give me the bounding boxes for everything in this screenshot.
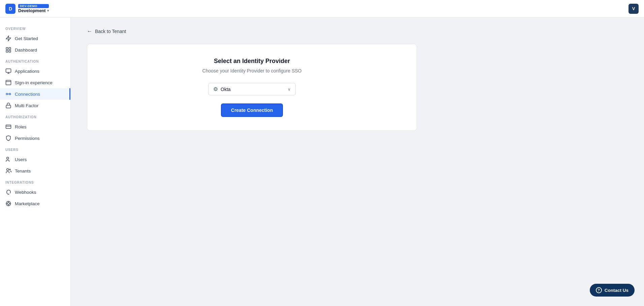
idp-select-row: ⚙ Okta ∨ [103, 83, 400, 95]
sidebar-item-label: Applications [15, 69, 39, 74]
webhooks-icon [5, 189, 11, 195]
dashboard-icon [5, 47, 11, 53]
user-avatar[interactable]: V [629, 4, 639, 14]
sidebar-item-label: Dashboard [15, 48, 37, 53]
roles-icon [5, 124, 11, 130]
sidebar-item-label: Webhooks [15, 190, 36, 195]
identity-provider-dropdown[interactable]: ⚙ Okta ∨ [208, 83, 296, 95]
sidebar-item-roles[interactable]: Roles [0, 121, 70, 132]
svg-point-16 [7, 157, 9, 159]
sidebar-item-get-started[interactable]: Get Started [0, 33, 70, 44]
sidebar-item-webhooks[interactable]: Webhooks [0, 186, 70, 198]
sidebar-item-label: Permissions [15, 136, 40, 141]
sidebar-item-label: Marketplace [15, 201, 40, 206]
tenant-chevron-icon: ▾ [47, 9, 49, 12]
tenant-avatar: D [5, 4, 15, 14]
svg-rect-2 [9, 48, 11, 49]
create-button-row: Create Connection [103, 103, 400, 117]
svg-rect-1 [6, 48, 8, 49]
sidebar-item-label: Users [15, 157, 27, 162]
lock-icon [5, 102, 11, 109]
sidebar-item-users[interactable]: Users [0, 154, 70, 165]
sidebar-item-connections[interactable]: Connections [0, 88, 70, 100]
sidebar-item-permissions[interactable]: Permissions [0, 132, 70, 144]
gear-icon: ⚙ [213, 86, 218, 92]
shield-icon [5, 135, 11, 141]
connections-icon [5, 91, 11, 97]
idp-dropdown-left: ⚙ Okta [213, 86, 231, 92]
sidebar-item-marketplace[interactable]: Marketplace [0, 198, 70, 209]
main-inner: ← Back to Tenant Select an Identity Prov… [71, 18, 644, 142]
topbar: D DEV-DEMO Development ▾ V [0, 0, 644, 18]
svg-point-18 [9, 169, 10, 170]
sidebar-item-label: Multi Factor [15, 103, 39, 108]
sidebar-section-integrations: INTEGRATIONS [0, 177, 70, 186]
svg-marker-0 [6, 36, 11, 41]
svg-rect-4 [9, 51, 11, 52]
card-subtitle: Choose your Identity Provider to configu… [103, 68, 400, 73]
svg-rect-8 [6, 80, 11, 85]
topbar-left: D DEV-DEMO Development ▾ [5, 4, 49, 14]
sidebar-section-authorization: AUTHORIZATION [0, 111, 70, 121]
sidebar-item-label: Connections [15, 92, 40, 97]
svg-point-10 [6, 93, 8, 95]
card-title: Select an Identity Provider [103, 58, 400, 65]
sidebar-item-label: Tenants [15, 169, 31, 174]
svg-point-11 [9, 93, 11, 95]
apps-icon [5, 68, 11, 74]
sidebar-item-applications[interactable]: Applications [0, 65, 70, 77]
svg-rect-3 [6, 51, 8, 52]
back-link-label: Back to Tenant [95, 29, 126, 34]
identity-provider-card: Select an Identity Provider Choose your … [87, 44, 417, 131]
contact-us-label: Contact Us [605, 288, 629, 293]
main-content: ← Back to Tenant Select an Identity Prov… [71, 18, 644, 306]
users-icon [5, 156, 11, 162]
create-connection-button[interactable]: Create Connection [221, 103, 283, 117]
marketplace-icon [5, 201, 11, 207]
sidebar-section-users: USERS [0, 144, 70, 154]
sidebar-item-dashboard[interactable]: Dashboard [0, 44, 70, 56]
back-arrow-icon: ← [87, 28, 92, 34]
dev-demo-badge: DEV-DEMO [18, 4, 49, 8]
back-to-tenant-link[interactable]: ← Back to Tenant [87, 28, 126, 34]
sidebar-item-tenants[interactable]: Tenants [0, 165, 70, 177]
svg-rect-5 [6, 69, 11, 72]
sidebar-item-sign-in-experience[interactable]: Sign-in experience [0, 77, 70, 88]
sidebar-item-label: Roles [15, 124, 27, 129]
tenants-icon [5, 168, 11, 174]
sidebar-item-label: Sign-in experience [15, 80, 53, 85]
tenant-name[interactable]: Development ▾ [18, 8, 49, 13]
selected-provider-label: Okta [221, 87, 231, 92]
contact-icon: ? [596, 287, 602, 293]
tenant-info: DEV-DEMO Development ▾ [18, 4, 49, 13]
dropdown-chevron-icon: ∨ [288, 87, 291, 92]
signin-icon [5, 80, 11, 86]
sidebar-section-authentication: AUTHENTICATION [0, 56, 70, 65]
layout: OVERVIEWGet StartedDashboardAUTHENTICATI… [0, 18, 644, 306]
sidebar-item-multi-factor[interactable]: Multi Factor [0, 100, 70, 111]
svg-rect-13 [6, 105, 11, 108]
svg-point-19 [7, 203, 9, 205]
sidebar: OVERVIEWGet StartedDashboardAUTHENTICATI… [0, 18, 71, 306]
sidebar-item-label: Get Started [15, 36, 38, 41]
sidebar-section-overview: OVERVIEW [0, 23, 70, 33]
svg-rect-14 [6, 125, 11, 129]
contact-us-button[interactable]: ? Contact Us [590, 284, 635, 297]
svg-point-17 [7, 169, 9, 171]
bolt-icon [5, 35, 11, 41]
